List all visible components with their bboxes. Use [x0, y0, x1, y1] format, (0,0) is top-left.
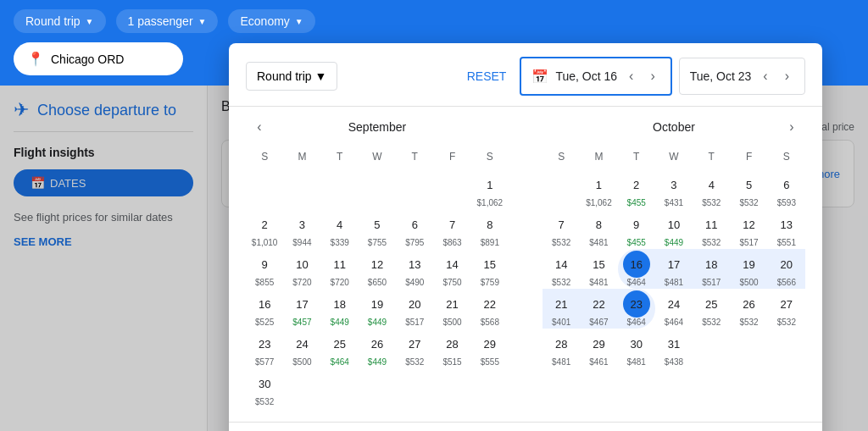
day-number: 11: [698, 211, 725, 238]
day-number: 12: [736, 211, 763, 238]
day-price: $650: [359, 278, 396, 287]
day-cell[interactable]: 21$401: [542, 289, 580, 329]
day-cell[interactable]: 16$464: [618, 249, 655, 289]
day-cell[interactable]: 12$517: [730, 209, 767, 249]
day-cell[interactable]: 17$481: [655, 249, 693, 289]
day-price: $720: [321, 278, 359, 287]
day-price: $532: [693, 318, 730, 327]
trip-type-button[interactable]: Round trip ▼: [14, 9, 106, 33]
top-bar: Round trip ▼ 1 passenger ▼ Economy ▼: [0, 0, 868, 42]
day-cell[interactable]: 15$481: [580, 249, 617, 289]
day-cell[interactable]: 24$464: [655, 289, 693, 329]
day-number: 19: [736, 251, 763, 278]
day-cell[interactable]: 9$855: [246, 249, 283, 289]
day-cell[interactable]: 25$532: [693, 289, 730, 329]
day-price: $467: [580, 318, 617, 327]
day-cell[interactable]: 13$490: [396, 249, 433, 289]
pin-icon: 📍: [27, 51, 44, 67]
day-price: $795: [396, 238, 433, 247]
day-cell[interactable]: 18$517: [693, 249, 730, 289]
day-header: M: [580, 147, 617, 169]
start-date-field[interactable]: 📅 Tue, Oct 16 ‹ ›: [520, 57, 671, 96]
day-cell[interactable]: 28$515: [433, 329, 470, 368]
start-date-prev-arrow[interactable]: ‹: [624, 65, 638, 87]
end-date-prev-arrow[interactable]: ‹: [758, 65, 772, 87]
day-price: $339: [321, 238, 359, 247]
day-cell[interactable]: 6$593: [768, 169, 805, 209]
day-cell[interactable]: 19$449: [359, 289, 396, 329]
day-cell[interactable]: 1$1,062: [471, 169, 509, 209]
origin-input[interactable]: 📍 Chicago ORD: [14, 42, 183, 75]
day-cell[interactable]: 16$525: [246, 289, 283, 329]
end-date-field[interactable]: Tue, Oct 23 ‹ ›: [679, 58, 805, 95]
day-cell[interactable]: 5$755: [359, 209, 396, 249]
day-cell[interactable]: 2$1,010: [246, 209, 283, 249]
day-cell[interactable]: 7$532: [542, 209, 580, 249]
day-cell[interactable]: 10$720: [283, 249, 320, 289]
day-cell[interactable]: 6$795: [396, 209, 433, 249]
main-content: ✈ Choose departure to Flight insights 📅 …: [0, 86, 868, 431]
day-cell[interactable]: 14$750: [433, 249, 470, 289]
day-cell[interactable]: 8$481: [580, 209, 617, 249]
day-cell[interactable]: 26$449: [359, 329, 396, 368]
day-cell[interactable]: 28$481: [542, 329, 580, 368]
day-cell[interactable]: 8$891: [471, 209, 509, 249]
day-cell[interactable]: 23$464: [618, 289, 655, 329]
day-cell[interactable]: 26$532: [730, 289, 767, 329]
day-price: $532: [396, 357, 433, 367]
day-cell[interactable]: 17$457: [283, 289, 320, 329]
day-cell[interactable]: 27$532: [396, 329, 433, 368]
modal-trip-type-select[interactable]: Round trip ▼: [246, 62, 337, 91]
day-cell[interactable]: 30$481: [618, 329, 655, 368]
day-cell[interactable]: 21$500: [433, 289, 470, 329]
day-cell[interactable]: 30$532: [246, 368, 283, 408]
day-number: 7: [439, 211, 466, 238]
day-cell[interactable]: 27$532: [768, 289, 805, 329]
day-cell[interactable]: 4$339: [321, 209, 359, 249]
day-cell[interactable]: 3$431: [655, 169, 693, 209]
class-button[interactable]: Economy ▼: [228, 9, 314, 33]
day-price: $515: [433, 357, 470, 367]
modal-top-bar: Round trip ▼ RESET 📅 Tue, Oct 16 ‹ › Tue…: [229, 43, 822, 107]
day-cell[interactable]: 29$461: [580, 329, 617, 368]
day-cell[interactable]: 19$500: [730, 249, 767, 289]
day-cell[interactable]: 1$1,062: [580, 169, 617, 209]
day-cell[interactable]: 13$551: [768, 209, 805, 249]
day-price: $532: [693, 238, 730, 247]
day-cell[interactable]: 12$650: [359, 249, 396, 289]
day-cell[interactable]: 10$449: [655, 209, 693, 249]
day-cell[interactable]: 5$532: [730, 169, 767, 209]
day-cell[interactable]: 7$863: [433, 209, 470, 249]
day-cell[interactable]: 31$438: [655, 329, 693, 368]
day-number: 3: [288, 211, 315, 238]
day-price: $855: [246, 278, 283, 287]
day-cell[interactable]: 2$455: [618, 169, 655, 209]
day-cell[interactable]: 15$759: [471, 249, 509, 289]
day-cell[interactable]: 11$720: [321, 249, 359, 289]
day-cell[interactable]: 3$944: [283, 209, 320, 249]
origin-value: Chicago ORD: [51, 52, 124, 66]
day-cell[interactable]: 11$532: [693, 209, 730, 249]
day-cell[interactable]: 20$566: [768, 249, 805, 289]
day-cell[interactable]: 23$577: [246, 329, 283, 368]
reset-button[interactable]: RESET: [467, 69, 507, 83]
day-cell[interactable]: 22$568: [471, 289, 509, 329]
day-cell[interactable]: 29$555: [471, 329, 509, 368]
day-number: 6: [401, 211, 428, 238]
day-cell[interactable]: 9$455: [618, 209, 655, 249]
end-date-next-arrow[interactable]: ›: [780, 65, 794, 87]
day-cell[interactable]: 14$532: [542, 249, 580, 289]
day-price: $481: [655, 278, 693, 287]
passengers-button[interactable]: 1 passenger ▼: [116, 9, 219, 33]
day-cell[interactable]: 24$500: [283, 329, 320, 368]
day-cell[interactable]: 18$449: [321, 289, 359, 329]
day-cell[interactable]: 22$467: [580, 289, 617, 329]
empty-cell: [396, 169, 433, 209]
day-price: $438: [655, 357, 693, 367]
month-prev-button[interactable]: ‹: [246, 113, 273, 141]
start-date-next-arrow[interactable]: ›: [645, 65, 659, 87]
month-next-button[interactable]: ›: [778, 113, 805, 141]
day-cell[interactable]: 25$464: [321, 329, 359, 368]
day-cell[interactable]: 4$532: [693, 169, 730, 209]
day-cell[interactable]: 20$517: [396, 289, 433, 329]
